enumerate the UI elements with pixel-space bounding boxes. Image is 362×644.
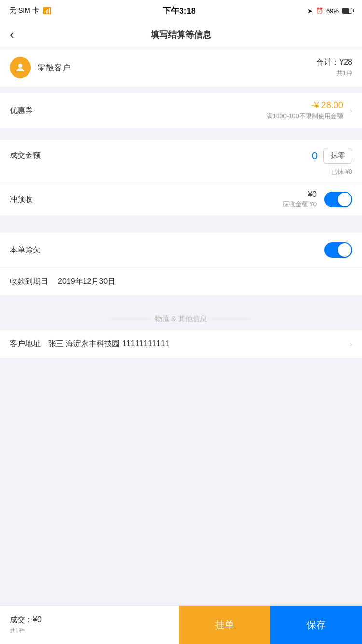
divider-1 — [0, 134, 362, 140]
address-label: 客户地址 — [10, 339, 43, 349]
save-button[interactable]: 保存 — [270, 606, 362, 644]
bottom-trans: 成交：¥0 — [10, 615, 169, 625]
coupon-right: -¥ 28.00 满1000-100不限制使用金额 › — [266, 100, 352, 121]
coupon-row[interactable]: 优惠券 -¥ 28.00 满1000-100不限制使用金额 › — [0, 93, 362, 128]
prepay-right: ¥0 应收金额 ¥0 — [283, 190, 352, 209]
bottom-trans-label: 成交： — [10, 616, 33, 624]
avatar — [10, 57, 31, 78]
customer-section: 零散客户 合计：¥28 共1种 — [0, 48, 362, 87]
coupon-amount: -¥ 28.00 — [266, 100, 343, 111]
coupon-chevron-icon: › — [350, 106, 352, 115]
logistics-label: 物流 & 其他信息 — [155, 314, 207, 323]
divider-2 — [0, 221, 362, 227]
address-chevron-icon: › — [350, 340, 352, 349]
status-bar: 无 SIM 卡 📶 下午3:18 ➤ ⏰ 69% — [0, 0, 362, 21]
status-right: ➤ ⏰ 69% — [307, 7, 352, 14]
wifi-icon: 📶 — [43, 7, 51, 14]
coupon-value: -¥ 28.00 满1000-100不限制使用金额 — [266, 100, 343, 121]
debt-label: 本单赊欠 — [10, 245, 41, 255]
bottom-summary: 成交：¥0 共1种 — [0, 606, 179, 644]
logistics-divider: 物流 & 其他信息 — [0, 307, 362, 330]
status-left: 无 SIM 卡 📶 — [10, 6, 51, 15]
page-title: 填写结算等信息 — [151, 29, 211, 41]
bottom-bar: 成交：¥0 共1种 挂单 保存 — [0, 605, 362, 644]
coupon-desc: 满1000-100不限制使用金额 — [266, 112, 343, 121]
prepay-values: ¥0 应收金额 ¥0 — [283, 190, 317, 209]
customer-total: 合计：¥28 — [316, 57, 352, 68]
prepay-toggle[interactable] — [324, 192, 352, 207]
transaction-sub: 已抹 ¥0 — [0, 168, 362, 183]
prepay-label: 冲预收 — [10, 195, 33, 205]
prepay-row: 冲预收 ¥0 应收金额 ¥0 — [0, 183, 362, 215]
debt-row: 本单赊欠 — [0, 233, 362, 267]
address-row[interactable]: 客户地址 张三 海淀永丰科技园 11111111111 › — [0, 330, 362, 358]
prepay-main-value: ¥0 — [283, 190, 317, 199]
alarm-icon: ⏰ — [316, 7, 323, 14]
divider-3 — [0, 301, 362, 307]
no-sim-text: 无 SIM 卡 — [10, 6, 39, 15]
due-date-row: 收款到期日 2019年12月30日 — [0, 267, 362, 295]
location-icon: ➤ — [307, 7, 313, 14]
customer-count: 共1种 — [316, 69, 352, 78]
transaction-value[interactable]: 0 — [312, 150, 318, 162]
bottom-trans-value: ¥0 — [33, 616, 42, 624]
customer-row: 零散客户 合计：¥28 共1种 — [0, 48, 362, 87]
round-zero-button[interactable]: 抹零 — [323, 148, 352, 164]
back-button[interactable]: ‹ — [10, 27, 14, 42]
status-time: 下午3:18 — [163, 5, 195, 16]
debt-toggle[interactable] — [324, 242, 352, 258]
transaction-label: 成交金额 — [10, 151, 41, 161]
svg-point-0 — [18, 64, 22, 68]
debt-section: 本单赊欠 收款到期日 2019年12月30日 — [0, 233, 362, 295]
prepay-sub-value: 应收金额 ¥0 — [283, 200, 317, 209]
customer-left: 零散客户 — [10, 57, 70, 78]
content: 零散客户 合计：¥28 共1种 优惠券 -¥ 28.00 满1000-100不限… — [0, 48, 362, 504]
transaction-row: 成交金额 0 抹零 — [0, 140, 362, 168]
battery-text: 69% — [326, 7, 339, 14]
customer-right: 合计：¥28 共1种 — [316, 57, 352, 78]
toggle-knob-prepay — [338, 193, 351, 206]
hang-button[interactable]: 挂单 — [179, 606, 270, 644]
due-date-label: 收款到期日 — [10, 277, 48, 287]
battery-icon — [342, 8, 352, 14]
address-value: 张三 海淀永丰科技园 11111111111 — [48, 339, 350, 349]
transaction-value-area: 0 抹零 — [312, 148, 352, 164]
customer-name: 零散客户 — [38, 62, 70, 73]
address-section: 客户地址 张三 海淀永丰科技园 11111111111 › — [0, 330, 362, 358]
toggle-knob-debt — [338, 243, 351, 257]
coupon-label: 优惠券 — [10, 106, 33, 116]
due-date-value: 2019年12月30日 — [58, 277, 115, 287]
transaction-section: 成交金额 0 抹零 已抹 ¥0 — [0, 140, 362, 183]
nav-bar: ‹ 填写结算等信息 — [0, 21, 362, 48]
prepay-section: 冲预收 ¥0 应收金额 ¥0 — [0, 183, 362, 215]
empty-area — [0, 364, 362, 460]
bottom-count: 共1种 — [10, 627, 169, 635]
coupon-section: 优惠券 -¥ 28.00 满1000-100不限制使用金额 › — [0, 93, 362, 128]
